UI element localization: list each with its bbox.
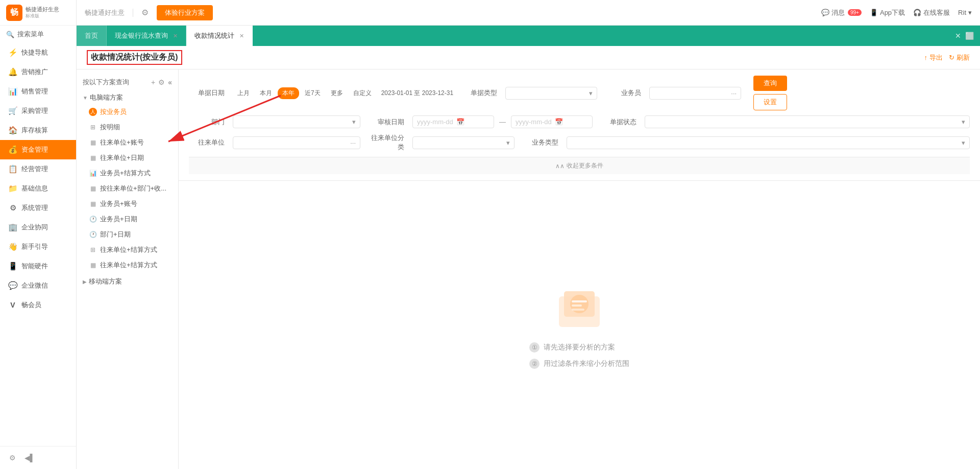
doc-type-select[interactable]: ▾	[505, 87, 597, 100]
settings-scheme-btn[interactable]: ⚙	[158, 78, 165, 86]
date-tab-last-month[interactable]: 上月	[233, 87, 254, 99]
scheme-item-salesman-date[interactable]: 🕐 业务员+日期	[77, 212, 178, 227]
scheme-item-partner-settlement-2[interactable]: ▦ 往来单位+结算方式	[77, 257, 178, 273]
tab-home[interactable]: 首页	[77, 26, 107, 46]
user-avatar[interactable]: Rit ▾	[958, 9, 972, 16]
tab-bank-close[interactable]: ✕	[173, 33, 178, 39]
collapse-bar[interactable]: ∧∧ 收起更多条件	[189, 157, 970, 174]
tab-collection-close[interactable]: ✕	[239, 33, 244, 39]
date-tab-this-year[interactable]: 本年	[278, 87, 299, 99]
tab-bank[interactable]: 现金银行流水查询 ✕	[107, 26, 186, 46]
search-icon: 🔍	[6, 31, 14, 38]
scheme-item-label: 按明细	[100, 123, 120, 132]
settings-btn[interactable]: 设置	[753, 94, 787, 110]
salesman-dots-icon[interactable]: ···	[731, 89, 737, 97]
sidebar-item-basic[interactable]: 📁 基础信息	[0, 179, 76, 198]
filter-row-3: 往来单位 ··· 往来单位分类 ▾ 业务类型 ▾	[189, 133, 970, 152]
review-date-from[interactable]: yyyy-mm-dd 📅	[412, 115, 494, 128]
sidebar-item-inventory[interactable]: 🏠 库存核算	[0, 121, 76, 140]
doc-type-arrow-icon: ▾	[589, 89, 593, 97]
sidebar-item-hardware[interactable]: 📱 智能硬件	[0, 256, 76, 276]
quick-nav-label: 快捷导航	[21, 48, 48, 57]
trial-btn[interactable]: 体验行业方案	[157, 5, 213, 20]
scheme-group-mobile-header[interactable]: ▶ 移动端方案	[77, 275, 178, 288]
add-scheme-btn[interactable]: +	[151, 78, 155, 86]
scheme-item-partner-date[interactable]: ▦ 往来单位+日期	[77, 150, 178, 166]
date-range-text: 2023-01-01 至 2023-12-31	[381, 89, 453, 98]
hint-num-2: ②	[529, 359, 540, 369]
empty-illustration	[549, 281, 610, 332]
sidebar-item-member[interactable]: V 畅会员	[0, 295, 76, 315]
grid-icon: ⊞	[89, 123, 97, 131]
sales-icon: 📊	[8, 87, 17, 96]
date-label: 单据日期	[189, 88, 225, 98]
window-maximize-btn[interactable]: ⬜	[965, 32, 974, 40]
review-date-to[interactable]: yyyy-mm-dd 📅	[511, 115, 593, 128]
sidebar-item-finance[interactable]: 💰 资金管理	[0, 140, 76, 159]
topbar-divider	[133, 9, 133, 17]
calendar-from-icon: 📅	[456, 118, 464, 126]
review-date-to-text: yyyy-mm-dd	[516, 118, 552, 126]
partner-input[interactable]: ···	[233, 136, 360, 149]
tab-collection[interactable]: 收款情况统计 ✕	[186, 26, 253, 46]
svg-rect-4	[572, 304, 582, 307]
date-tab-custom[interactable]: 自定义	[349, 87, 376, 99]
sidebar-bottom: ⚙ ◀▌	[0, 446, 76, 469]
dept-label: 部门	[189, 118, 225, 127]
online-service-btn[interactable]: 🎧 在线客服	[913, 8, 950, 17]
window-close-btn[interactable]: ✕	[955, 32, 961, 40]
scheme-item-detail[interactable]: ⊞ 按明细	[77, 120, 178, 135]
main-area: 畅捷通好生意 ⚙ 体验行业方案 💬 消息 99+ 📱 App下载 🎧 在线客服 …	[77, 0, 980, 469]
scheme-item-partner-settlement-1[interactable]: ⊞ 往来单位+结算方式	[77, 242, 178, 257]
logo-badge: 标准版	[26, 13, 59, 19]
doc-status-label: 单据状态	[601, 118, 636, 127]
scheme-group-desktop-header[interactable]: ▼ 电脑端方案	[77, 91, 178, 104]
topbar-gear-btn[interactable]: ⚙	[141, 8, 149, 17]
sidebar-item-label: 企业微信	[21, 281, 48, 290]
user-dropdown-icon: ▾	[968, 9, 972, 16]
partner-category-arrow-icon: ▾	[506, 139, 510, 147]
table-icon-3: ▦	[89, 184, 97, 193]
sidebar-item-guide[interactable]: 👋 新手引导	[0, 237, 76, 256]
scheme-item-salesman-account[interactable]: ▦ 业务员+账号	[77, 196, 178, 212]
sidebar-item-label: 资金管理	[21, 145, 48, 154]
hint-text-2: 用过滤条件来缩小分析范围	[544, 359, 629, 368]
collapse-panel-btn[interactable]: «	[168, 78, 172, 86]
person-icon: 人	[89, 108, 97, 116]
doc-status-select[interactable]: ▾	[645, 115, 970, 128]
sidebar-item-operations[interactable]: 📋 经营管理	[0, 159, 76, 179]
search-menu[interactable]: 🔍 搜索菜单	[0, 26, 76, 43]
partner-category-select[interactable]: ▾	[412, 136, 514, 149]
dept-select[interactable]: ▾	[233, 115, 360, 128]
scheme-item-label: 往来单位+日期	[100, 153, 144, 162]
scheme-item-by-salesman[interactable]: 人 按业务员	[77, 104, 178, 120]
date-tab-more[interactable]: 更多	[326, 87, 348, 99]
sidebar-item-wechat[interactable]: 💬 企业微信	[0, 276, 76, 295]
export-btn[interactable]: ↑ 导出	[924, 53, 943, 62]
scheme-item-salesman-settlement[interactable]: 📊 业务员+结算方式	[77, 166, 178, 181]
app-download-btn[interactable]: 📱 App下载	[870, 8, 905, 17]
query-btn[interactable]: 查询	[753, 76, 787, 91]
scheme-item-label: 部门+日期	[100, 230, 131, 239]
sidebar-item-corp[interactable]: 🏢 企业协同	[0, 218, 76, 237]
biz-type-select[interactable]: ▾	[567, 136, 970, 149]
sidebar-item-quick-nav[interactable]: ⚡ 快捷导航	[0, 43, 76, 62]
review-date-label: 审核日期	[369, 118, 404, 127]
wechat-icon: 💬	[8, 281, 17, 290]
settings-bottom-icon[interactable]: ⚙	[6, 452, 18, 464]
salesman-input[interactable]: ···	[649, 87, 741, 100]
sidebar-item-sales[interactable]: 📊 销售管理	[0, 82, 76, 101]
sidebar-item-label: 经营管理	[21, 165, 48, 174]
scheme-item-partner-account[interactable]: ▦ 往来单位+账号	[77, 135, 178, 150]
scheme-item-dept-date[interactable]: 🕐 部门+日期	[77, 227, 178, 242]
scheme-item-partner-dept[interactable]: ▦ 按往来单位+部门+收...	[77, 181, 178, 196]
date-tab-7days[interactable]: 近7天	[300, 87, 325, 99]
sidebar-item-marketing[interactable]: 🔔 营销推广	[0, 62, 76, 82]
refresh-btn[interactable]: ↻ 刷新	[949, 53, 970, 62]
sidebar-item-purchase[interactable]: 🛒 采购管理	[0, 101, 76, 121]
partner-dots-icon[interactable]: ···	[350, 139, 356, 147]
collapse-sidebar-icon[interactable]: ◀▌	[23, 452, 36, 464]
date-tab-this-month[interactable]: 本月	[255, 87, 277, 99]
sidebar-item-system[interactable]: ⚙ 系统管理	[0, 198, 76, 218]
message-btn[interactable]: 💬 消息 99+	[821, 8, 862, 17]
